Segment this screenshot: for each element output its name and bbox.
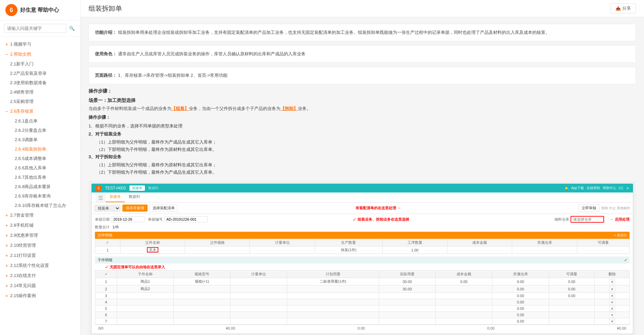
table-row: 4 0.00 ✕	[95, 299, 630, 305]
ss-del-btn5[interactable]: ✕	[609, 306, 615, 311]
sidebar-item-faq[interactable]: + 2.14常见问题	[0, 281, 80, 291]
ss-parent-name-box: 关木	[147, 247, 158, 253]
sidebar-item-other-out[interactable]: 2.6.7其他出库单	[0, 173, 80, 182]
ss-save-white-btn[interactable]: 选择装配清单	[150, 204, 178, 212]
search-button[interactable]: 🔍	[68, 24, 76, 32]
sidebar-section-label: 2.7资金管理	[10, 212, 34, 218]
sidebar-item-newcomer[interactable]: 2.1新手入门	[0, 59, 80, 69]
sidebar-item-other-in[interactable]: 2.6.6其他入库单	[0, 163, 80, 173]
sidebar-item-partial-stocktake[interactable]: 2.6.2分量盘点单	[0, 126, 80, 135]
sidebar-section-label: 2.10经营管理	[10, 242, 36, 248]
ss-toolbar-more: 拆卸 中止 其他操作	[601, 206, 630, 211]
screenshot-window: 6 TEST-H002 新建单 数据列 🔔 App下载 在线帮助 帮助中心 CC…	[91, 183, 633, 334]
sidebar-item-operations[interactable]: + 2.10经营管理	[0, 240, 80, 250]
ss-col-warehouse: 所属仓库	[512, 239, 577, 246]
ss-col-plan-qty: 计划用量	[287, 271, 379, 278]
ss-del-btn6[interactable]: ✕	[609, 313, 615, 318]
sidebar-item-install[interactable]: 2.2产品安装及登录	[0, 69, 80, 78]
sidebar-item-mobile[interactable]: + 2.8手机旺铺	[0, 220, 80, 230]
ss-cell-spec	[185, 246, 250, 254]
minus-icon: −	[5, 52, 8, 57]
annotation2-label: ↙ 组装业务、拆卸业务在这里选择	[211, 217, 551, 222]
ss-qty-value: 1/件	[112, 225, 119, 230]
ss-cell-check[interactable]: 1	[95, 246, 120, 254]
sidebar-item-stock-error[interactable]: 2.6.10库存账本错了怎么办	[0, 201, 80, 210]
table-row: 1 关木 块装(1件) 1.00	[95, 246, 630, 254]
ss-type-select[interactable]: 加工类型 组装单 拆卸单	[94, 205, 120, 212]
ss-close-icon[interactable]: ✕	[626, 186, 629, 190]
ss-child-label: 子件明细	[98, 258, 112, 263]
step3: 3、对于拆卸业务	[89, 154, 636, 160]
ss-top-table: ✓ 父件名称 父件规格 计量单位 生产数量 工序数量 成本金额 所属仓库 可调量	[95, 239, 630, 254]
sidebar-item-stock-ledger[interactable]: 2.6.9库存账本查询	[0, 191, 80, 201]
path-block: 页面路径： 1、库存核算->库存管理->组装拆卸单 2、首页->常用功能	[89, 67, 636, 84]
ss-warehouse-input[interactable]	[571, 216, 604, 223]
sidebar-item-inventory[interactable]: − 2.6库存核算	[0, 106, 80, 116]
ss-cell-parent-name[interactable]: 关木	[120, 246, 185, 254]
sidebar-item-sales[interactable]: 2.4销售管理	[0, 88, 80, 97]
assemble-link[interactable]: 【组装】	[171, 106, 189, 111]
sidebar-section-label: 2.12系统个性化设置	[10, 263, 49, 269]
ss-date-input[interactable]	[111, 216, 145, 222]
ss-warehouse-label: 领料仓库	[554, 217, 569, 222]
ss-del-btn3[interactable]: ✕	[609, 293, 615, 298]
ss-del-btn4[interactable]: ✕	[609, 300, 615, 305]
scenario-heading: 场景一：加工类型选择	[89, 98, 636, 104]
plus-icon: +	[5, 213, 8, 218]
sidebar-item-assembly[interactable]: 2.6.4组装拆卸单	[0, 145, 80, 154]
screenshot-toolbar: 加工类型 组装单 拆卸单 保存并新增 选择装配清单 有装配清单的在这里处理 → …	[92, 203, 633, 214]
ss-del-btn2[interactable]: ✕	[609, 287, 615, 292]
sidebar-item-stocktake[interactable]: 2.6.1盘点单	[0, 116, 80, 126]
ss-del-btn7[interactable]: ✕	[609, 319, 615, 324]
logo-area: 6 好生意 帮助中心	[0, 0, 80, 20]
ss-icon-help: 在线帮助	[587, 186, 600, 190]
scenario-label: 场景一：加工类型选择	[89, 98, 136, 103]
table-row: 1 商品1 规格(+1) 二标准用量(1件) 30.00 0.00 0.00 0…	[95, 278, 630, 285]
plus-icon: +	[5, 293, 8, 298]
intro-label: 功能介绍：	[95, 30, 117, 35]
ss-col-actual-qty: 实际用量	[379, 271, 436, 278]
sidebar-section-label: 2.11打印设置	[10, 253, 36, 259]
ss-no-input[interactable]	[164, 216, 208, 222]
ops-heading: 操作步骤：	[89, 88, 636, 94]
ss-logo: 6	[96, 185, 102, 191]
ss-nav-icon[interactable]: ☰	[98, 195, 103, 201]
sidebar-item-prepare[interactable]: 2.3使用前数据准备	[0, 78, 80, 88]
sidebar-item-video[interactable]: + 1.视频学习	[0, 39, 80, 49]
annotation4-label: ↙ 无固定清单可以自由地在这里录入	[105, 265, 630, 270]
sidebar-item-payment[interactable]: + 2.13在线支付	[0, 271, 80, 281]
sidebar-item-purchase[interactable]: 2.5采购管理	[0, 97, 80, 106]
ss-data-tab[interactable]: 数据列	[148, 186, 158, 190]
sidebar-item-transfer[interactable]: 2.6.3调拨单	[0, 135, 80, 145]
ss-tab-data[interactable]: 数据列	[125, 192, 144, 202]
disassemble-link[interactable]: 【拆卸】	[280, 106, 298, 111]
sidebar-item-finance[interactable]: + 2.7资金管理	[0, 210, 80, 220]
ss-form-row1: 单据日期 单据编号 ↙ 组装业务、拆卸业务在这里选择 领料仓库	[95, 216, 630, 223]
share-button[interactable]: 📤 分享	[610, 3, 636, 13]
sidebar-item-coupon[interactable]: + 2.9优惠券管理	[0, 230, 80, 240]
ss-icon-bell: 🔔	[565, 186, 569, 190]
sidebar-item-print[interactable]: + 2.11打印设置	[0, 250, 80, 261]
table-header-row: ✓ 子件名称 规格型号 计量单位 计划用量 实际用量 成本金额 所属仓库 可调量…	[95, 271, 630, 278]
ss-cell-prod-qty: 块装(1件)	[315, 246, 382, 254]
sidebar-item-cost-recalc[interactable]: 2.6.8商品成本重算	[0, 182, 80, 191]
ss-confirm-btn[interactable]: 立即审核	[579, 204, 599, 212]
search-input[interactable]	[4, 24, 66, 33]
table-row: 3 0.000.00 ✕	[95, 293, 630, 299]
ss-bottom-table-expand[interactable]: ⤢	[624, 258, 627, 262]
sidebar-item-cost-adjust[interactable]: 2.6.5成本调整单	[0, 154, 80, 163]
annotation3-label: ← 启用处理	[610, 217, 630, 222]
sidebar-item-customize[interactable]: + 2.12系统个性化设置	[0, 261, 80, 271]
ss-icon-more: 帮助中心	[603, 186, 616, 190]
sidebar-item-docs[interactable]: − 2.帮助文档	[0, 49, 80, 59]
sidebar-item-cases[interactable]: + 2.15操作案例	[0, 291, 80, 301]
ss-qty-field: 数量合计 1/件	[95, 225, 119, 230]
ss-save-btn[interactable]: 保存并新增	[122, 205, 148, 212]
ss-tab-assemble[interactable]: 新建单	[106, 192, 125, 202]
ss-new-tab[interactable]: 新建单	[129, 185, 145, 191]
role-label: 使用角色：	[95, 51, 117, 56]
ss-total1: ¥0.00	[226, 326, 235, 330]
ss-icon-app: App下载	[571, 186, 584, 190]
ss-del-btn[interactable]: ✕	[609, 279, 615, 284]
plus-icon: +	[5, 283, 8, 288]
